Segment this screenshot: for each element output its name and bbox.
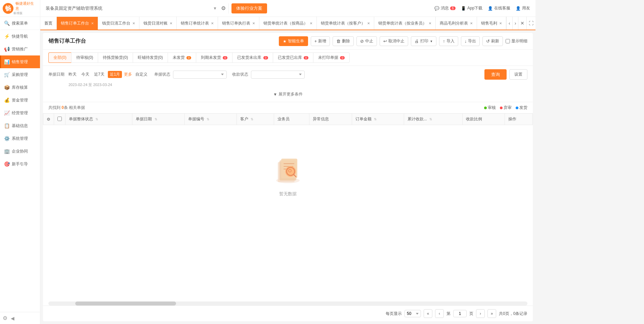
th-status[interactable]: 单据整体状态 ⇅ [66, 114, 132, 125]
review-action-btn[interactable]: 审核 [484, 105, 496, 111]
date-btn-1month[interactable]: 近1月 [108, 71, 122, 78]
message-icon: 💬 [434, 6, 439, 11]
tab-sales-workbench[interactable]: 销售订单工作台 ✕ [57, 17, 98, 30]
sidebar-item-inventory[interactable]: 📦 库存核算 [0, 81, 40, 94]
tab-sales-by-staff[interactable]: 销货单统计表（按业务员） ✕ [374, 17, 436, 30]
sidebar-item-basic-info[interactable]: 📋 基础信息 [0, 119, 40, 132]
th-amount[interactable]: 订单金额 ⇅ [352, 114, 404, 125]
prev-page-btn[interactable]: ‹ [435, 309, 444, 318]
date-btn-more[interactable]: 更多 [124, 72, 132, 77]
tab-close-sales-by-product[interactable]: ✕ [310, 22, 312, 25]
tab-close-sales-stats[interactable]: ✕ [211, 22, 214, 25]
tab-scroll-right[interactable]: › [512, 17, 518, 30]
tab-close-sales-profit[interactable]: ✕ [499, 22, 502, 25]
smart-gen-btn[interactable]: ★ 智能生单 [279, 36, 308, 46]
th-customer[interactable]: 客户 ⇅ [237, 114, 274, 125]
user-btn[interactable]: 👤 用友 [516, 5, 530, 11]
sidebar-item-guide[interactable]: 🎯 新手引导 [0, 158, 40, 170]
industry-btn[interactable]: 体验行业方案 [231, 3, 267, 13]
online-service-btn[interactable]: 👤 在线客服 [488, 5, 510, 11]
payment-select[interactable] [251, 71, 305, 79]
unreviewed-action-btn[interactable]: 弃审 [500, 105, 512, 111]
date-btn-yesterday[interactable]: 昨天 [67, 71, 78, 78]
date-btn-7days[interactable]: 近7天 [93, 71, 106, 78]
user-label: 用友 [522, 5, 530, 11]
tab-sales-exec[interactable]: 销售订单执行表 ✕ [218, 17, 259, 30]
page-input[interactable] [453, 310, 467, 317]
message-btn[interactable]: 💬 消息 6 [434, 5, 456, 11]
query-btn[interactable]: 查询 [484, 69, 507, 80]
date-btn-custom[interactable]: 自定义 [134, 71, 149, 78]
sidebar-item-quick-nav[interactable]: ⚡ 快捷导航 [0, 30, 40, 43]
scrollbar-thumb[interactable] [75, 301, 176, 306]
tab-scroll-left[interactable]: ‹ [506, 17, 512, 30]
select-all-checkbox[interactable] [57, 117, 62, 121]
add-btn[interactable]: + 新增 [311, 36, 330, 46]
cancel-stop-btn[interactable]: ↩ 取消中止 [380, 36, 408, 46]
tab-close-cash-daily[interactable]: ✕ [132, 22, 135, 25]
sidebar-item-sales[interactable]: 📊 销售管理 [0, 55, 40, 68]
delete-btn[interactable]: 🗑 删除 [333, 36, 354, 46]
tab-sales-by-customer[interactable]: 销货单统计表（按客户） ✕ [317, 17, 374, 30]
tab-close-all[interactable]: ✕ [518, 17, 526, 30]
tab-close-margin-analysis[interactable]: ✕ [470, 22, 473, 25]
show-detail-checkbox[interactable] [506, 39, 510, 43]
filter-tab-wangpu[interactable]: 旺铺待发货(0) [133, 52, 168, 63]
chevron-down-icon[interactable]: ▼ [213, 6, 217, 11]
sidebar-item-operation[interactable]: 📈 经营管理 [0, 107, 40, 119]
last-page-btn[interactable]: » [487, 309, 496, 318]
tab-sales-by-product[interactable]: 销货单统计表（按商品） ✕ [259, 17, 317, 30]
tab-sales-profit[interactable]: 销售毛利 ✕ [477, 17, 506, 30]
filter-tab-overdue[interactable]: 到期未发货 0 [196, 52, 232, 63]
settings-icon[interactable]: ⚙ [221, 5, 226, 11]
sidebar-item-marketing[interactable]: 📢 营销推广 [0, 43, 40, 55]
tab-home[interactable]: 首页 [40, 17, 57, 30]
filter-tab-shipped-wh[interactable]: 已发货已出库 0 [273, 52, 313, 63]
filter-tab-pending-inspect[interactable]: 待拣货验货(0) [98, 52, 133, 63]
ship-action-btn[interactable]: 发货 [516, 105, 527, 111]
sidebar-item-finance[interactable]: 💰 资金管理 [0, 94, 40, 107]
th-date[interactable]: 单据日期 ⇅ [132, 114, 184, 125]
app-download-btn[interactable]: 📱 App下载 [461, 5, 482, 11]
status-select[interactable] [173, 71, 227, 79]
date-btn-today[interactable]: 今天 [80, 71, 91, 78]
tab-fullscreen[interactable]: ⛶ [526, 17, 535, 30]
sidebar-settings-icon[interactable]: ⚙ [3, 315, 7, 321]
th-received[interactable]: 累计收款... ⇅ [404, 114, 462, 125]
stop-btn[interactable]: ⊘ 中止 [356, 36, 377, 46]
filter-tab-unshipped[interactable]: 未发货 0 [168, 52, 196, 63]
page-size-select[interactable]: 50 20 100 [404, 310, 421, 317]
th-number[interactable]: 单据编号 ⇅ [184, 114, 237, 125]
filter-tab-all[interactable]: 全部(0) [48, 52, 71, 63]
sidebar-item-enterprise[interactable]: 🏢 企业协同 [0, 145, 40, 158]
sort-received-icon: ⇅ [429, 117, 432, 121]
import-btn[interactable]: ↑ 导入 [439, 36, 458, 46]
tab-margin-analysis[interactable]: 商品毛利分析表 ✕ [436, 17, 477, 30]
filter-tab-shipped-not-wh[interactable]: 已发货未出库 0 [232, 52, 272, 63]
horizontal-scrollbar[interactable] [48, 301, 527, 306]
setting-btn[interactable]: 设置 [509, 69, 527, 80]
tab-sales-stats[interactable]: 销售订单统计表 ✕ [177, 17, 218, 30]
tab-cash-reconcile[interactable]: 钱货日清对账 ✕ [139, 17, 177, 30]
sidebar-collapse-icon[interactable]: ◀ [11, 316, 14, 321]
tab-close-sales-by-staff[interactable]: ✕ [429, 22, 431, 25]
export-btn[interactable]: ↓ 导出 [461, 36, 480, 46]
expand-conditions-btn[interactable]: ▼ 展开更多条件 [48, 90, 527, 98]
show-detail-label[interactable]: 显示明细 [506, 38, 527, 44]
tab-close-sales-exec[interactable]: ✕ [252, 22, 255, 25]
th-operation-label: 操作 [508, 117, 516, 121]
col-settings-icon[interactable]: ⚙ [47, 117, 50, 122]
filter-tab-pending-review[interactable]: 待审核(0) [71, 52, 98, 63]
tab-close-sales-workbench[interactable]: ✕ [91, 22, 94, 25]
print-btn[interactable]: 🖨 打印 ▼ [411, 36, 436, 46]
first-page-btn[interactable]: « [424, 309, 432, 318]
refresh-btn[interactable]: ↺ 刷新 [482, 36, 503, 46]
tab-cash-daily[interactable]: 钱货日清工作台 ✕ [98, 17, 139, 30]
sidebar-item-system[interactable]: ⚙️ 系统管理 [0, 132, 40, 145]
filter-tab-unprinted[interactable]: 未打印单据 0 [313, 52, 350, 63]
sidebar-item-search[interactable]: 🔍 搜索菜单 [0, 17, 40, 30]
sidebar-item-purchase[interactable]: 🛒 采购管理 [0, 68, 40, 81]
tab-close-sales-by-customer[interactable]: ✕ [367, 22, 370, 25]
tab-close-cash-reconcile[interactable]: ✕ [170, 22, 172, 25]
next-page-btn[interactable]: › [476, 309, 485, 318]
